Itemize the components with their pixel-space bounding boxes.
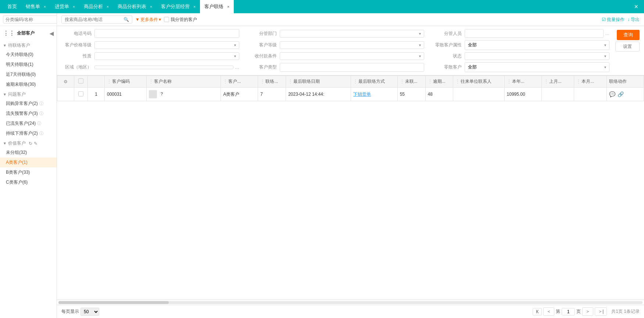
close-segment-icon[interactable]: × [193, 4, 196, 9]
settings-button[interactable]: 设置 [615, 42, 640, 52]
prev-page-btn[interactable]: ＜ [543, 307, 554, 316]
adv-row-2: 客户价格等级 ▾ 客户等级 ▾ [61, 40, 609, 50]
batch-ops-btn[interactable]: ☑ 批量操作 [602, 17, 625, 23]
page-number-input[interactable] [562, 308, 575, 315]
repurchase-label: 回购异常客户(2) [6, 100, 38, 107]
sidebar-item-overdue[interactable]: 逾期未联络(30) [0, 80, 57, 89]
export-btn[interactable]: ↓ 导出 [627, 17, 640, 23]
adv-customer-level-select[interactable]: ▾ [280, 41, 425, 49]
th-type[interactable]: ⋮客户... [221, 76, 258, 88]
sidebar-item-today[interactable]: 今天待联络(0) [0, 50, 57, 60]
refresh-icon[interactable]: ↻ [29, 141, 32, 146]
adv-dept-label: 分管部门 [247, 31, 280, 37]
close-purchase-icon[interactable]: × [73, 4, 75, 9]
nav-home[interactable]: 首页 [3, 0, 21, 13]
nav-customer-segment[interactable]: 客户分层经营 × [157, 0, 200, 13]
adv-status-select[interactable]: ▾ [465, 52, 609, 60]
sidebar-item-churned[interactable]: 已流失客户(24) ⓘ [0, 119, 57, 128]
close-sales-icon[interactable]: × [44, 4, 46, 9]
page-size-select[interactable]: 50 100 [80, 308, 99, 316]
sidebar-item-repurchase[interactable]: 回购异常客户(2) ⓘ [0, 99, 57, 109]
th-overdue[interactable]: ⋮逾期... [425, 76, 453, 88]
sidebar-item-tomorrow[interactable]: 明天待联络(1) [0, 60, 57, 70]
adv-scatter-customer-select[interactable]: 全部 ▾ [465, 62, 609, 72]
th-this-month[interactable]: ⋮本月... [574, 76, 607, 88]
adv-dept-select[interactable]: ▾ [280, 30, 425, 38]
close-goods-list-icon[interactable]: × [150, 4, 152, 9]
next-page-btn[interactable]: ＞ [582, 307, 593, 316]
query-button[interactable]: 查询 [617, 30, 640, 40]
sidebar-item-a-class[interactable]: A类客户(1) [0, 158, 57, 167]
collapse-icon[interactable]: ◀ [50, 31, 54, 36]
sidebar-all-customers-header[interactable]: ⋮⋮ 全部客户 ◀ [0, 28, 57, 39]
th-uncontacted[interactable]: ⋮未联... [397, 76, 425, 88]
all-customers-label: 全部客户 [17, 30, 35, 36]
th-check[interactable] [74, 76, 88, 88]
adv-region-select[interactable] [94, 66, 233, 69]
cell-check[interactable] [74, 88, 88, 101]
th-this-year[interactable]: ⋮本年... [504, 76, 541, 88]
close-goods-icon[interactable]: × [107, 4, 109, 9]
last-method-link[interactable]: 下销货单 [353, 92, 371, 97]
close-contact-icon[interactable]: × [227, 4, 229, 9]
adv-scatter-attr-field: 零散客户属性 全部 ▾ [432, 40, 609, 50]
adv-region-dots-icon[interactable]: … [235, 65, 239, 70]
cell-last-method[interactable]: 下销货单 [351, 88, 397, 101]
nav-customer-contact[interactable]: 客户联络 × [200, 0, 234, 13]
adv-person-dots-icon[interactable]: … [605, 31, 609, 36]
sidebar-item-c-class[interactable]: C类客户(6) [0, 177, 57, 187]
header-checkbox[interactable] [78, 78, 83, 84]
adv-nature-select[interactable]: ▾ [94, 52, 239, 60]
adv-price-level-select[interactable]: ▾ [94, 41, 239, 49]
th-last-method[interactable]: ⋮最后联络方式 [351, 76, 397, 88]
row-checkbox[interactable] [78, 91, 83, 96]
scrollbar-track[interactable] [58, 301, 643, 304]
adv-customer-type-input[interactable] [280, 63, 425, 72]
more-filters-arrow: ▾ [159, 17, 161, 22]
sidebar-item-b-class[interactable]: B类客户(33) [0, 167, 57, 177]
my-customers-check[interactable] [164, 17, 169, 22]
sidebar-item-churn-warning[interactable]: 流失预警客户(3) ⓘ [0, 109, 57, 119]
adv-scatter-attr-arrow-icon: ▾ [604, 43, 606, 47]
th-unit-contact[interactable]: ⋮往来单位联系人 [453, 76, 504, 88]
customer-avatar [149, 90, 157, 98]
th-last-month[interactable]: ⋮上月... [541, 76, 574, 88]
adv-scatter-attr-select[interactable]: 全部 ▾ [465, 40, 609, 50]
sidebar-search-input[interactable] [3, 15, 57, 24]
th-contact[interactable]: ⋮联络... [258, 76, 286, 88]
nav-goods-list[interactable]: 商品分析列表 × [113, 0, 157, 13]
more-filters-btn[interactable]: ▼ 更多条件 ▾ [135, 17, 161, 23]
nav-goods-analysis[interactable]: 商品分析 × [79, 0, 113, 13]
horizontal-scrollbar[interactable] [57, 300, 644, 305]
gear-icon[interactable]: ⚙ [64, 79, 68, 84]
first-page-btn[interactable]: К [533, 308, 542, 315]
th-name[interactable]: ⋮客户名称 [146, 76, 221, 88]
sidebar-item-declining[interactable]: 持续下滑客户(2) ⓘ [0, 128, 57, 138]
link-action-icon[interactable]: 🔗 [618, 91, 624, 97]
th-code[interactable]: ⋮客户编码 [104, 76, 146, 88]
filter-search-icon[interactable]: 🔍 [124, 17, 129, 22]
th-last-date[interactable]: ⋮最后联络日期 [286, 76, 351, 88]
scrollbar-thumb[interactable] [58, 301, 169, 304]
sidebar-item-unclassified[interactable]: 未分组(32) [0, 148, 57, 158]
cell-name: ？ [146, 88, 221, 101]
chat-action-icon[interactable]: 💬 [609, 91, 615, 97]
nav-sales[interactable]: 销售单 × [21, 0, 50, 13]
main-layout: 🔍 ⋮⋮ 全部客户 ◀ ▼ 待联络客户 今天待联络(0) 明天待联络(1) 近7… [0, 13, 644, 318]
sidebar-item-week[interactable]: 近7天待联络(0) [0, 70, 57, 80]
filter-search-input[interactable] [65, 17, 124, 22]
last-page-btn[interactable]: ＞| [595, 307, 607, 316]
th-action-label: 联络动作 [609, 79, 627, 84]
adv-payment-select[interactable]: ▾ [280, 52, 425, 60]
edit-value-icon[interactable]: ✎ [34, 141, 37, 146]
nav-close-all[interactable]: × [631, 3, 641, 11]
nav-purchase[interactable]: 进货单 × [50, 0, 79, 13]
th-gear[interactable]: ⚙ [57, 76, 74, 88]
my-customers-checkbox[interactable]: 我分管的客户 [164, 17, 197, 23]
adv-phone-input[interactable] [94, 29, 239, 38]
content-area: 🔍 ▼ 更多条件 ▾ 我分管的客户 ☑ 批量操作 ↓ 导出 [57, 13, 644, 318]
my-customers-label: 我分管的客户 [171, 17, 197, 23]
th-num [88, 76, 105, 88]
repurchase-info-icon: ⓘ [39, 101, 43, 106]
adv-person-input[interactable] [465, 29, 604, 38]
